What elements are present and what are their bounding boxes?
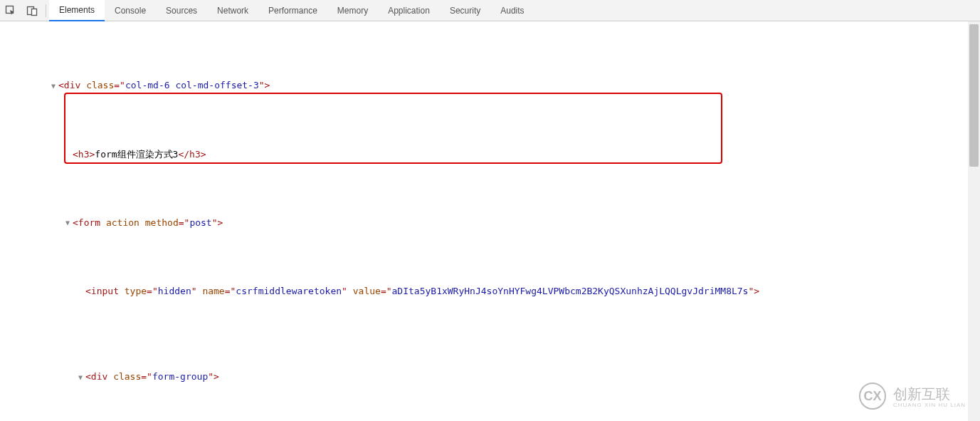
tab-performance[interactable]: Performance <box>258 0 327 21</box>
caret-down-icon[interactable]: ▼ <box>77 369 84 386</box>
caret-down-icon[interactable]: ▼ <box>64 214 71 232</box>
dom-node-div-root[interactable]: ▼<div class="col-md-6 col-md-offset-3"> <box>7 77 973 95</box>
dom-node-h3[interactable]: <h3>form组件渲染方式3</h3> <box>7 146 973 163</box>
tab-audits[interactable]: Audits <box>490 0 534 21</box>
devtools-toolbar: Elements Console Sources Network Perform… <box>0 0 980 21</box>
inspect-icon[interactable] <box>0 0 21 21</box>
tab-console[interactable]: Console <box>105 0 156 21</box>
vertical-scrollbar[interactable] <box>968 21 980 421</box>
toolbar-divider <box>46 4 46 17</box>
dom-node-form[interactable]: ▼<form action method="post"> <box>7 214 973 232</box>
tab-elements[interactable]: Elements <box>49 0 105 21</box>
tab-network[interactable]: Network <box>207 0 258 21</box>
elements-pane: ▼<div class="col-md-6 col-md-offset-3"> … <box>0 21 980 421</box>
watermark-text: 创新互联 <box>893 386 950 402</box>
watermark-logo-icon: CX <box>859 383 886 410</box>
tab-application[interactable]: Application <box>378 0 440 21</box>
tab-sources[interactable]: Sources <box>156 0 207 21</box>
caret-down-icon[interactable]: ▼ <box>50 78 57 95</box>
scrollbar-thumb[interactable] <box>969 24 979 167</box>
svg-rect-2 <box>32 9 37 15</box>
tab-memory[interactable]: Memory <box>327 0 378 21</box>
device-toolbar-icon[interactable] <box>21 0 43 21</box>
watermark: CX 创新互联 CHUANG XIN HU LIAN <box>859 383 966 410</box>
dom-node-form-group-0[interactable]: ▼<div class="form-group"> <box>7 368 973 386</box>
dom-tree[interactable]: ▼<div class="col-md-6 col-md-offset-3"> … <box>0 21 980 421</box>
tab-security[interactable]: Security <box>440 0 490 21</box>
watermark-subtext: CHUANG XIN HU LIAN <box>893 402 966 408</box>
dom-node-csrf-input[interactable]: <input type="hidden" name="csrfmiddlewar… <box>7 283 973 300</box>
